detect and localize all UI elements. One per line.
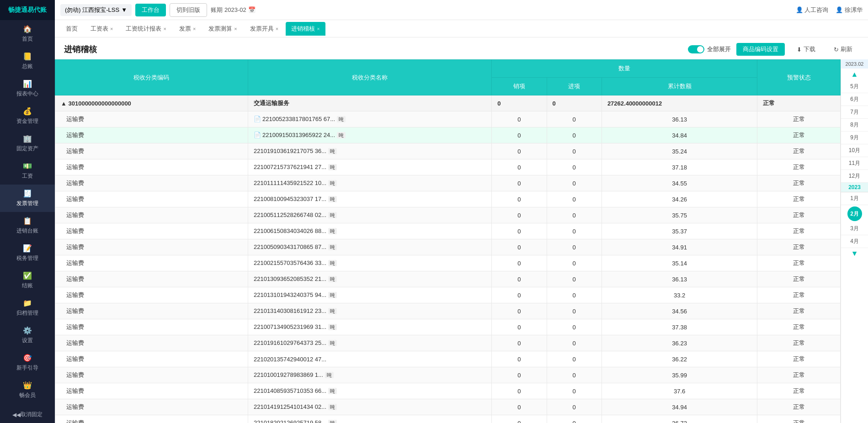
group-sales-cell: 0	[492, 95, 547, 111]
refresh-button[interactable]: ↻ 刷新	[827, 43, 859, 56]
sidebar-item-invoice[interactable]: 🧾 发票管理	[0, 185, 55, 212]
tab-close-icon[interactable]: ×	[317, 26, 320, 32]
expand-toggle[interactable]: 全部展开	[688, 45, 731, 53]
toggle-switch[interactable]	[688, 45, 704, 53]
table-row[interactable]: 运输费 221006150834034026 88...吨 0 0 35.37 …	[55, 223, 841, 239]
tab-close-icon[interactable]: ×	[276, 26, 278, 32]
workspace-button[interactable]: 工作台	[135, 4, 166, 16]
cal-month-6[interactable]: 6月	[841, 93, 868, 106]
item-sales-cell: 0	[492, 223, 547, 239]
sidebar-item-sales-ledger[interactable]: 📋 进销台账	[0, 212, 55, 239]
product-code-settings-button[interactable]: 商品编码设置	[736, 43, 785, 56]
table-row[interactable]: 运输费 221014191254101434 02...吨 0 0 34.94 …	[55, 399, 841, 415]
sidebar-item-ledger[interactable]: 📒 总账	[0, 48, 55, 75]
item-amount-cell: 36.13	[602, 271, 757, 287]
item-amount-cell: 35.37	[602, 223, 757, 239]
tab-close-icon[interactable]: ×	[193, 26, 196, 32]
table-row[interactable]: 运输费 221008100945323037 17...吨 0 0 34.26 …	[55, 191, 841, 207]
table-row[interactable]: 运输费 221005090343170865 87...吨 0 0 34.91 …	[55, 239, 841, 255]
cal-nav-down[interactable]: ▲	[841, 248, 868, 260]
sidebar-item-reports[interactable]: 📊 报表中心	[0, 75, 55, 102]
tab-close-icon[interactable]: ×	[110, 26, 113, 32]
download-button[interactable]: ⬇ 下载	[790, 43, 822, 56]
item-amount-cell: 37.6	[602, 383, 757, 399]
sidebar-item-label: 资金管理	[16, 117, 38, 125]
cal-month-7[interactable]: 7月	[841, 106, 868, 119]
sidebar-item-checkout[interactable]: ✅ 结账	[0, 267, 55, 294]
table-row[interactable]: 运输费 221019103619217075 36...吨 0 0 35.24 …	[55, 143, 841, 159]
item-name-cell: 运输费	[55, 143, 248, 159]
cal-month-4[interactable]: 4月	[841, 235, 868, 248]
item-status-cell: 正常	[757, 335, 841, 351]
tab-salary-stats[interactable]: 工资统计报表 ×	[120, 22, 171, 36]
customer-service[interactable]: 👤 人工咨询	[796, 6, 829, 14]
unpin-button[interactable]: ◀◀ 取消固定	[0, 406, 55, 423]
cal-month-10[interactable]: 10月	[841, 144, 868, 157]
member-icon: 👑	[23, 381, 32, 390]
table-row[interactable]: 运输费 📄221009150313965922 24...吨 0 0 34.84…	[55, 127, 841, 143]
table-row[interactable]: 运输费 221013140308161912 23...吨 0 0 34.56 …	[55, 303, 841, 319]
tab-salary-table[interactable]: 工资表 ×	[85, 22, 118, 36]
item-amount-cell: 36.23	[602, 335, 757, 351]
item-sales-cell: 0	[492, 367, 547, 383]
table-row[interactable]: 运输费 221020135742940012 47... 0 0 36.22 正…	[55, 351, 841, 367]
table-row[interactable]: 运输费 221011111435921522 10...吨 0 0 34.55 …	[55, 175, 841, 191]
sidebar-item-archive[interactable]: 📁 归档管理	[0, 294, 55, 322]
company-name: (勿动) 江西报宝-LSS	[65, 6, 119, 14]
cal-month-3[interactable]: 3月	[841, 222, 868, 235]
table-row[interactable]: 运输费 221007215737621941 27...吨 0 0 37.18 …	[55, 159, 841, 175]
table-row[interactable]: 运输费 221007134905231969 31...吨 0 0 37.38 …	[55, 319, 841, 335]
tab-sales-audit[interactable]: 进销稽核 ×	[286, 22, 325, 36]
reports-icon: 📊	[23, 79, 32, 88]
unpin-label: ◀◀	[12, 412, 21, 418]
tab-close-icon[interactable]: ×	[234, 26, 237, 32]
table-row[interactable]: 运输费 221018202126925719 58...吨 0 0 36.72 …	[55, 415, 841, 423]
tab-invoice-issue[interactable]: 发票开具 ×	[245, 22, 284, 36]
tab-invoice-calc[interactable]: 发票测算 ×	[203, 22, 242, 36]
col-total-header: 累计数额	[602, 78, 757, 95]
group-status-cell: 正常	[757, 95, 841, 111]
cal-month-2-active[interactable]: 2月	[847, 206, 862, 221]
table-row[interactable]: 运输费 📄221005233817801765 67...吨 0 0 36.13…	[55, 111, 841, 127]
sidebar-item-settings[interactable]: ⚙️ 设置	[0, 322, 55, 349]
sidebar-item-assets[interactable]: 🏢 固定资产	[0, 130, 55, 157]
tab-close-icon[interactable]: ×	[163, 26, 166, 32]
cal-year-prev[interactable]: 2023.02	[841, 59, 868, 69]
cal-month-12[interactable]: 12月	[841, 170, 868, 183]
item-name-cell: 运输费	[55, 367, 248, 383]
table-row[interactable]: 运输费 221013093652085352 21...吨 0 0 36.13 …	[55, 271, 841, 287]
company-selector[interactable]: (勿动) 江西报宝-LSS ▼	[60, 4, 132, 16]
cal-month-9[interactable]: 9月	[841, 132, 868, 144]
sidebar-item-tax[interactable]: 📝 税务管理	[0, 239, 55, 267]
tab-invoice[interactable]: 发票 ×	[174, 22, 201, 36]
table-row[interactable]: 运输费 221005112528266748 02...吨 0 0 35.75 …	[55, 207, 841, 223]
calendar-icon[interactable]: 📅	[248, 6, 256, 13]
cal-month-5[interactable]: 5月	[841, 80, 868, 93]
table-container: 税收分类编码 税收分类名称 数量 预警状态 销项 进项 累计数额 ▲ 301	[55, 59, 841, 423]
item-name-cell: 运输费	[55, 415, 248, 423]
sidebar-item-salary[interactable]: 💵 工资	[0, 157, 55, 185]
table-row[interactable]: 运输费 221013101943240375 94...吨 0 0 33.2 正…	[55, 287, 841, 303]
table-row[interactable]: 运输费 221014085935710353 66...吨 0 0 37.6 正…	[55, 383, 841, 399]
table-row[interactable]: 运输费 221019161029764373 25...吨 0 0 36.23 …	[55, 335, 841, 351]
sidebar-item-guide[interactable]: 🎯 新手引导	[0, 349, 55, 376]
table-row[interactable]: 运输费 221002155703576436 33...吨 0 0 35.14 …	[55, 255, 841, 271]
col-sales-header: 销项	[492, 78, 547, 95]
table-row[interactable]: ▲ 3010000000000000000 交通运输服务 0 0 27262.4…	[55, 95, 841, 111]
item-status-cell: 正常	[757, 367, 841, 383]
table-row[interactable]: 运输费 221010019278983869 1...吨 0 0 35.99 正…	[55, 367, 841, 383]
sidebar-item-home[interactable]: 🏠 首页	[0, 20, 55, 48]
switch-version-button[interactable]: 切到旧版	[170, 3, 207, 17]
tab-home[interactable]: 首页	[60, 22, 83, 36]
sidebar-item-finance[interactable]: 💰 资金管理	[0, 102, 55, 130]
cal-month-1[interactable]: 1月	[841, 192, 868, 205]
file-icon: 📄	[254, 132, 261, 138]
cal-month-11[interactable]: 11月	[841, 157, 868, 170]
tab-label: 发票开具	[250, 25, 274, 33]
cal-nav-up[interactable]: ▲	[841, 69, 868, 80]
user-avatar[interactable]: 👤 徐漯华	[836, 6, 863, 14]
item-amount-cell: 34.84	[602, 127, 757, 143]
item-amount-cell: 35.99	[602, 367, 757, 383]
cal-month-8[interactable]: 8月	[841, 119, 868, 132]
sidebar-item-member[interactable]: 👑 畅会员	[0, 376, 55, 404]
